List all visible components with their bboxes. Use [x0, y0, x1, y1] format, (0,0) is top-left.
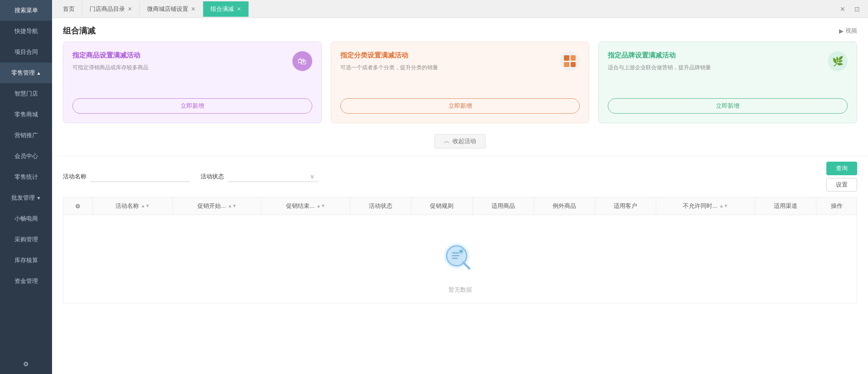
th-promo-start[interactable]: 促销开始... ▲▼	[172, 197, 261, 215]
th-label: 促销开始...	[197, 202, 226, 210]
sidebar-settings-button[interactable]: ⚙	[0, 354, 52, 374]
sidebar-item-marketing[interactable]: 营销推广	[0, 125, 52, 146]
sort-icon: ▲▼	[316, 204, 325, 208]
page-content: 组合满减 ▶ 视频 指定商品设置满减活动 可指定滞销商品或库存较多商品 🛍 立即…	[52, 18, 868, 374]
settings-icon: ⚙	[75, 203, 81, 210]
filter-activity-name: 活动名称	[63, 171, 190, 182]
filter-row: 活动名称 活动状态 ∨ 查询 设置	[52, 156, 868, 197]
card-title: 指定品牌设置满减活动	[608, 51, 848, 60]
sidebar-item-label: 营销推广	[14, 131, 38, 139]
th-label: 不允许同时...	[683, 202, 717, 210]
sidebar-item-label: 搜索菜单	[14, 6, 38, 14]
th-label: 适用客户	[614, 202, 637, 209]
expand-icon: ▼	[37, 196, 41, 201]
grid-cell	[571, 55, 576, 61]
table-container: ⚙ 活动名称 ▲▼ 促销开始... ▲▼	[52, 197, 868, 303]
svg-rect-4	[452, 255, 459, 256]
play-icon: ▶	[839, 28, 844, 34]
th-excluded-goods: 例外商品	[534, 197, 595, 215]
collapse-label: 收起活动	[453, 137, 476, 145]
sidebar-item-label: 采购管理	[14, 235, 38, 244]
grid-cell	[564, 55, 569, 61]
th-operations: 操作	[816, 197, 857, 215]
th-applicable-goods: 适用商品	[472, 197, 534, 215]
th-label: 例外商品	[553, 202, 576, 209]
sidebar-item-label: 零售统计	[14, 173, 38, 181]
th-settings[interactable]: ⚙	[63, 197, 93, 215]
th-activity-name[interactable]: 活动名称 ▲▼	[92, 197, 172, 215]
card-add-button-brand[interactable]: 立即新增	[608, 98, 848, 114]
tab-combo-discount[interactable]: 组合满减 ✕	[203, 1, 249, 17]
th-label: 促销结束...	[286, 202, 315, 210]
window-controls: ✕ ⊡	[837, 5, 864, 14]
settings-button[interactable]: 设置	[826, 178, 857, 192]
sidebar-item-member-center[interactable]: 会员中心	[0, 146, 52, 167]
video-link[interactable]: ▶ 视频	[839, 27, 857, 35]
sidebar-item-label: 零售管理	[11, 69, 35, 77]
sidebar-item-retail-mgmt[interactable]: 零售管理 ▲	[0, 62, 52, 83]
svg-rect-5	[452, 258, 458, 259]
tab-store-catalog[interactable]: 门店商品目录 ✕	[82, 1, 140, 17]
th-promo-end[interactable]: 促销结束... ▲▼	[262, 197, 350, 215]
collapse-button[interactable]: ︿ 收起活动	[434, 134, 486, 149]
activity-status-select[interactable]: ∨	[228, 171, 318, 182]
th-label: 适用渠道	[774, 202, 797, 209]
sidebar-item-retail-mall[interactable]: 零售商城	[0, 104, 52, 125]
th-label: 适用商品	[491, 202, 515, 209]
sidebar-item-label: 资金管理	[14, 277, 38, 285]
activity-name-input[interactable]	[90, 171, 190, 182]
sidebar-item-label: 库存核算	[14, 256, 38, 264]
tab-mini-store-settings[interactable]: 微商城店铺设置 ✕	[140, 1, 203, 17]
tab-label: 组合满减	[210, 5, 234, 13]
maximize-window-button[interactable]: ⊡	[852, 5, 863, 14]
card-by-product: 指定商品设置满减活动 可指定滞销商品或库存较多商品 🛍 立即新增	[63, 42, 322, 123]
th-label: 操作	[831, 202, 843, 209]
card-title: 指定商品设置满减活动	[72, 51, 312, 60]
table-header-row: ⚙ 活动名称 ▲▼ 促销开始... ▲▼	[63, 197, 857, 215]
sort-icon: ▲▼	[228, 204, 237, 208]
th-applicable-channels: 适用渠道	[755, 197, 816, 215]
page-title: 组合满减	[63, 25, 95, 36]
card-desc: 可指定滞销商品或库存较多商品	[72, 63, 312, 92]
tab-label: 首页	[63, 5, 75, 13]
tab-close-icon[interactable]: ✕	[191, 6, 196, 12]
chevron-down-icon: ∨	[310, 173, 315, 180]
sidebar-item-purchase-mgmt[interactable]: 采购管理	[0, 229, 52, 250]
filter-actions: 查询 设置	[826, 162, 857, 192]
sidebar-item-wholesale-mgmt[interactable]: 批发管理 ▼	[0, 187, 52, 208]
sidebar-item-smart-store[interactable]: 智慧门店	[0, 83, 52, 104]
th-label: 促销规则	[430, 202, 453, 209]
tab-home[interactable]: 首页	[56, 1, 82, 17]
svg-point-9	[460, 250, 463, 253]
tab-label: 门店商品目录	[90, 5, 125, 13]
main-content: 首页 门店商品目录 ✕ 微商城店铺设置 ✕ 组合满减 ✕ ✕ ⊡ 组合满减	[52, 0, 868, 374]
page-header: 组合满减 ▶ 视频	[52, 18, 868, 42]
sidebar-item-xchangpec[interactable]: 小畅电商	[0, 208, 52, 229]
tab-close-icon[interactable]: ✕	[237, 6, 241, 12]
video-label: 视频	[845, 27, 857, 35]
card-add-button-product[interactable]: 立即新增	[72, 98, 312, 114]
sidebar-item-project-contract[interactable]: 项目合同	[0, 42, 52, 62]
sidebar-item-fund-mgmt[interactable]: 资金管理	[0, 271, 52, 292]
sidebar-item-inventory-calc[interactable]: 库存核算	[0, 250, 52, 271]
query-button[interactable]: 查询	[826, 162, 857, 175]
close-window-button[interactable]: ✕	[837, 5, 848, 14]
th-no-concurrent[interactable]: 不允许同时... ▲▼	[656, 197, 755, 215]
sidebar-item-search-menu[interactable]: 搜索菜单	[0, 0, 52, 21]
th-label: 活动状态	[369, 202, 392, 209]
sidebar-item-quick-nav[interactable]: 快捷导航	[0, 21, 52, 42]
tab-label: 微商城店铺设置	[147, 5, 188, 13]
activity-name-label: 活动名称	[63, 173, 86, 181]
sidebar-item-label: 快捷导航	[14, 27, 38, 35]
card-add-button-category[interactable]: 立即新增	[340, 98, 580, 114]
card-icon-product: 🛍	[292, 51, 312, 71]
th-activity-status: 活动状态	[350, 197, 411, 215]
collapse-chevron-icon: ︿	[444, 137, 450, 145]
sidebar-item-retail-stats[interactable]: 零售统计	[0, 167, 52, 187]
sort-icon: ▲▼	[719, 204, 728, 208]
expand-icon: ▲	[37, 71, 41, 76]
tab-close-icon[interactable]: ✕	[128, 6, 132, 12]
th-promo-rule: 促销规则	[411, 197, 472, 215]
th-applicable-customers: 适用客户	[595, 197, 656, 215]
sidebar: 搜索菜单 快捷导航 项目合同 零售管理 ▲ 智慧门店 零售商城 营销推广 会员中…	[0, 0, 52, 374]
